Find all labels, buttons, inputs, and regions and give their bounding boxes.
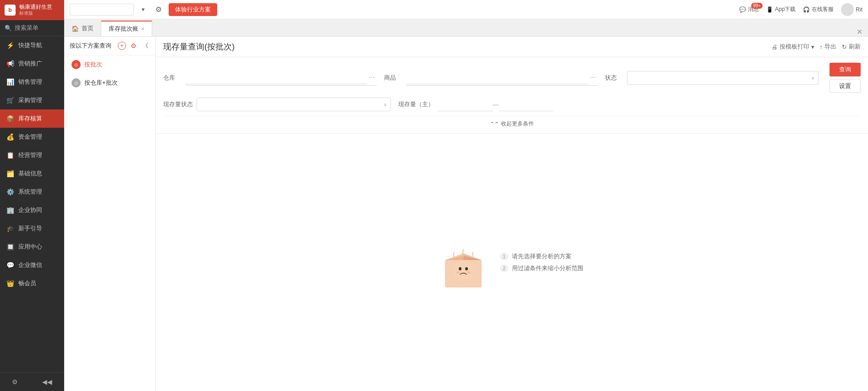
refresh-btn[interactable]: ↻ 刷新	[842, 43, 861, 51]
company-name: 畅康通好生意	[19, 4, 52, 10]
collapse-sidebar-btn[interactable]: ◀◀	[38, 376, 56, 387]
svg-point-5	[453, 261, 473, 281]
goods-input[interactable]	[406, 71, 588, 84]
quantity-dash: —	[493, 101, 499, 108]
sidebar-item-inventory[interactable]: 📦 库存核算	[0, 109, 64, 128]
sidebar-item-label: 经营管理	[18, 151, 42, 159]
status-select[interactable]: ∨	[627, 71, 819, 85]
topbar-dropdown-icon[interactable]: ▾	[137, 4, 148, 15]
plan-item-by-batch[interactable]: ⊙ 按批次	[64, 55, 155, 74]
experience-btn[interactable]: 体验行业方案	[169, 3, 217, 16]
sidebar-item-label: 库存核算	[18, 114, 42, 123]
sales-icon: 📊	[5, 77, 15, 87]
inventory-status-select[interactable]: ∨	[197, 98, 391, 111]
sidebar: b 畅康通好生意 标准版 🔍 搜索菜单 ⚡ 快捷导航 📢 营销推广 📊 销售管理…	[0, 0, 64, 391]
sidebar-scroll: ⚡ 快捷导航 📢 营销推广 📊 销售管理 🛒 采购管理 📦 库存核算 💰 资金管…	[0, 36, 64, 372]
tip-number-2: 2	[500, 264, 508, 272]
tip-text-2: 用过滤条件来缩小分析范围	[512, 264, 583, 272]
sidebar-item-member[interactable]: 👑 畅会员	[0, 274, 64, 293]
status-label: 状态	[605, 74, 623, 82]
warehouse-input[interactable]	[185, 71, 367, 84]
query-button[interactable]: 查询	[830, 63, 861, 76]
collapse-filter-btn[interactable]: ⌃⌃ 收起更多条件	[490, 120, 534, 128]
empty-state: 1 请先选择要分析的方案 2 用过滤条件来缩小分析范围	[156, 134, 868, 391]
plan-settings-icon[interactable]: ⚙	[129, 41, 138, 50]
sidebar-item-purchase[interactable]: 🛒 采购管理	[0, 91, 64, 109]
add-plan-btn[interactable]: +	[118, 42, 126, 50]
edition-label: 标准版	[19, 10, 52, 16]
plan-label: 按仓库+批次	[84, 79, 118, 87]
print-btn[interactable]: 🖨 按模板打印 ▾	[772, 43, 814, 51]
sidebar-item-finance[interactable]: 💰 资金管理	[0, 128, 64, 146]
tab-home-label: 首页	[82, 24, 93, 33]
message-icon: 💬	[739, 6, 746, 13]
export-btn[interactable]: ↑ 导出	[820, 43, 837, 51]
status-select-arrow: ∨	[811, 76, 814, 81]
sidebar-item-enterprise[interactable]: 🏢 企业协同	[0, 201, 64, 219]
message-badge: 99+	[751, 3, 763, 9]
tab-close-btn[interactable]: ×	[141, 26, 144, 32]
collapse-panel-icon[interactable]: 《	[141, 41, 150, 50]
warehouse-dots[interactable]: ···	[367, 73, 377, 81]
print-dropdown-icon: ▾	[811, 43, 814, 50]
sidebar-item-wechat[interactable]: 💬 企业微信	[0, 256, 64, 274]
filter-row-1: 仓库 ··· 商品 ···	[163, 63, 861, 93]
username-label: Rit	[856, 6, 863, 13]
main-area: ▾ ⚙ 体验行业方案 💬 消息 99+ 📱 App下载 🎧 在线客服 Rit	[64, 0, 868, 391]
app-download-btn[interactable]: 📱 App下载	[766, 5, 796, 13]
headset-icon: 🎧	[803, 6, 810, 13]
sidebar-item-marketing[interactable]: 📢 营销推广	[0, 54, 64, 73]
goods-dots[interactable]: ···	[588, 73, 598, 81]
filter-area: 仓库 ··· 商品 ···	[156, 57, 868, 134]
sidebar-item-label: 营销推广	[18, 60, 42, 68]
page-content: 按以下方案查询 + ⚙ 《 ⊙ 按批次 ⊙ 按仓库+批次 现存量查询(按批次)	[64, 37, 868, 391]
sidebar-item-newbie[interactable]: 🎓 新手引导	[0, 219, 64, 238]
page-title-bar: 现存量查询(按批次) 🖨 按模板打印 ▾ ↑ 导出 ↻ 刷新	[156, 37, 868, 57]
sidebar-item-apps[interactable]: 🔲 应用中心	[0, 238, 64, 256]
marketing-icon: 📢	[5, 59, 15, 68]
topbar-search-input[interactable]	[70, 4, 134, 16]
sidebar-item-operations[interactable]: 📋 经营管理	[0, 146, 64, 164]
left-panel-header: 按以下方案查询 + ⚙ 《	[64, 37, 155, 55]
tab-inventory-batch[interactable]: 库存批次账 ×	[101, 21, 152, 36]
user-area[interactable]: Rit	[841, 3, 863, 16]
left-panel: 按以下方案查询 + ⚙ 《 ⊙ 按批次 ⊙ 按仓库+批次	[64, 37, 156, 391]
right-content: 现存量查询(按批次) 🖨 按模板打印 ▾ ↑ 导出 ↻ 刷新	[156, 37, 868, 391]
sidebar-item-system[interactable]: ⚙️ 系统管理	[0, 183, 64, 201]
plan-item-by-warehouse-batch[interactable]: ⊙ 按仓库+批次	[64, 74, 155, 92]
warehouse-field: 仓库 ···	[163, 71, 377, 86]
app-download-label: App下载	[775, 5, 796, 13]
newbie-icon: 🎓	[5, 224, 15, 233]
settings-button[interactable]: 设置	[830, 79, 861, 93]
warehouse-input-wrapper: ···	[185, 71, 377, 86]
sidebar-item-sales[interactable]: 📊 销售管理	[0, 73, 64, 91]
page-title: 现存量查询(按批次)	[163, 41, 235, 52]
empty-illustration	[440, 239, 486, 285]
topbar-settings-icon[interactable]: ⚙	[152, 3, 165, 16]
sidebar-item-basic[interactable]: 🗂️ 基础信息	[0, 164, 64, 183]
quantity-min-input[interactable]	[438, 98, 493, 111]
export-icon: ↑	[820, 43, 823, 50]
message-btn[interactable]: 💬 消息 99+	[739, 5, 759, 13]
topbar: ▾ ⚙ 体验行业方案 💬 消息 99+ 📱 App下载 🎧 在线客服 Rit	[64, 0, 868, 19]
tab-home[interactable]: 🏠 首页	[64, 21, 101, 36]
empty-inner: 1 请先选择要分析的方案 2 用过滤条件来缩小分析范围	[440, 239, 583, 285]
wechat-icon: 💬	[5, 261, 15, 270]
sidebar-item-quick-nav[interactable]: ⚡ 快捷导航	[0, 36, 64, 54]
member-icon: 👑	[5, 279, 15, 288]
sidebar-bottom: ⚙ ◀◀	[0, 372, 64, 391]
enterprise-icon: 🏢	[5, 206, 15, 215]
tip-number-1: 1	[500, 252, 508, 261]
online-service-btn[interactable]: 🎧 在线客服	[803, 5, 834, 13]
quantity-max-input[interactable]	[499, 98, 554, 111]
tab-close-panel-btn[interactable]: ✕	[851, 27, 868, 36]
sidebar-search[interactable]: 🔍 搜索菜单	[0, 20, 64, 36]
system-icon: ⚙️	[5, 187, 15, 196]
tab-active-label: 库存批次账	[109, 25, 138, 33]
refresh-icon: ↻	[842, 43, 847, 50]
quick-nav-icon: ⚡	[5, 41, 15, 50]
settings-bottom-btn[interactable]: ⚙	[8, 376, 22, 387]
sidebar-item-label: 资金管理	[18, 133, 42, 141]
export-label: 导出	[824, 43, 836, 51]
left-panel-title: 按以下方案查询	[70, 42, 111, 50]
